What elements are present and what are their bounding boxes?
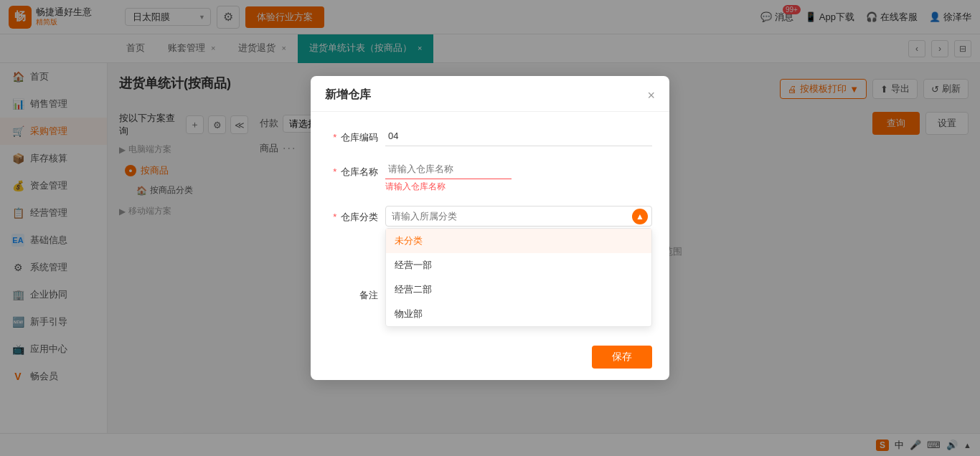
code-input[interactable] xyxy=(385,126,652,146)
form-row-name: * 仓库名称 请输入仓库名称 xyxy=(328,159,652,193)
name-control-wrap xyxy=(385,159,652,179)
dropdown-item-op2[interactable]: 经营二部 xyxy=(386,277,651,302)
new-warehouse-dialog: 新增仓库 × * 仓库编码 * 仓库名称 xyxy=(311,76,669,380)
form-row-code: * 仓库编码 xyxy=(328,126,652,146)
dialog-overlay: 新增仓库 × * 仓库编码 * 仓库名称 xyxy=(0,0,980,456)
dropdown-item-op3[interactable]: 物业部 xyxy=(386,302,651,326)
dropdown-item-op1[interactable]: 经营一部 xyxy=(386,253,651,277)
category-dropdown: 未分类 经营一部 经营二部 物业部 xyxy=(385,228,652,327)
dialog-header: 新增仓库 × xyxy=(311,76,669,112)
dialog-body: * 仓库编码 * 仓库名称 请输入仓库名称 xyxy=(311,112,669,337)
dropdown-item-none[interactable]: 未分类 xyxy=(386,229,651,253)
name-error-message: 请输入仓库名称 xyxy=(385,181,652,193)
code-label: * 仓库编码 xyxy=(328,126,385,144)
required-star-code: * xyxy=(333,132,336,143)
save-button[interactable]: 保存 xyxy=(592,346,652,369)
category-label: * 仓库分类 xyxy=(328,206,385,224)
note-label: 备注 xyxy=(328,284,385,302)
name-input[interactable] xyxy=(385,159,512,179)
dialog-title: 新增仓库 xyxy=(325,87,371,103)
category-control-wrap: ▲ 未分类 经营一部 经营二部 物业部 xyxy=(385,206,652,227)
name-label: * 仓库名称 xyxy=(328,161,385,179)
form-row-category: * 仓库分类 ▲ 未分类 经营一部 经营二部 物业部 xyxy=(328,206,652,227)
category-up-button[interactable]: ▲ xyxy=(632,209,648,224)
required-star-category: * xyxy=(333,212,336,222)
required-star-name: * xyxy=(333,166,336,177)
dialog-footer: 保存 xyxy=(311,337,669,380)
dialog-close-button[interactable]: × xyxy=(647,89,655,102)
category-input[interactable] xyxy=(385,206,652,227)
category-input-wrap: ▲ xyxy=(385,206,652,227)
